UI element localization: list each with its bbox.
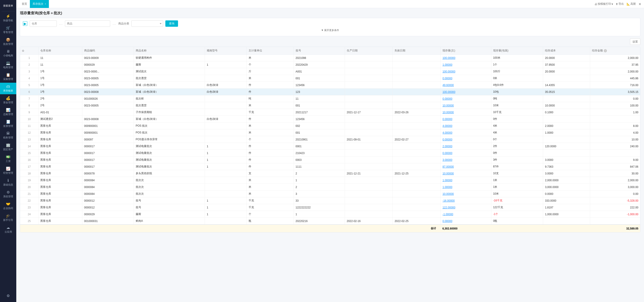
cell-qty[interactable]: 0.00000: [441, 95, 491, 102]
cell-unit: 个: [246, 61, 294, 68]
cell-qty[interactable]: 3.00000: [441, 157, 491, 163]
cell-code: 0000017: [82, 150, 134, 157]
sidebar-item-guide[interactable]: 🎓 新手引导: [0, 212, 16, 224]
cell-qty[interactable]: 122.00000: [441, 204, 491, 211]
cell-num: 22: [20, 197, 38, 204]
cell-cost: 2.0000: [543, 122, 590, 129]
window-close-btn[interactable]: ✕: [638, 2, 641, 6]
print-chevron-icon: ▾: [612, 3, 613, 6]
top-nav: 首页 库存批次 × 🖨 按模板打印 ▾ ⬆ 导出 📐 高斯 ✕: [16, 0, 644, 8]
cell-qty[interactable]: -16.00000: [441, 197, 491, 204]
amount-info-icon[interactable]: i: [604, 49, 607, 52]
quick-nav-icon: ⚡: [6, 14, 10, 18]
cell-qty[interactable]: 4.00000: [441, 122, 491, 129]
cell-qty[interactable]: 100.00000: [441, 89, 491, 95]
cell-qty2: 1米: [491, 184, 543, 191]
page-title: 现存量查询(按仓库＋批次): [20, 11, 640, 16]
cell-produce-date: [345, 143, 393, 150]
cell-code: 0000084: [82, 184, 134, 191]
cell-warehouse: 11: [38, 55, 82, 61]
sidebar-logo[interactable]: 搜索菜单: [2, 2, 14, 9]
home-tab[interactable]: 首页: [19, 0, 30, 8]
sidebar-settings[interactable]: ⚙: [6, 292, 11, 300]
sidebar-item-finance[interactable]: 💰 资金管理: [0, 94, 16, 106]
cell-qty[interactable]: 100.00000: [441, 55, 491, 61]
cell-warehouse: 黑客仓库: [38, 177, 82, 184]
column-btn[interactable]: 📐 高斯: [626, 2, 636, 6]
table-row: 1110023-00009软硬通用构件米2021098100.00000100米…: [20, 55, 640, 61]
expand-more-btn[interactable]: ▼ 展开更多条件: [321, 28, 339, 33]
cell-batch: 20211217: [294, 109, 345, 116]
sidebar-item-assets[interactable]: 🏢 固定资产: [0, 141, 16, 153]
cell-num: 8: [20, 102, 38, 109]
cell-spec: 1: [205, 157, 246, 163]
export-btn[interactable]: ⬆ 导出: [616, 2, 624, 6]
cell-qty[interactable]: 0.00000: [441, 75, 491, 82]
goods-input[interactable]: [65, 20, 110, 27]
cell-spec: [205, 191, 246, 197]
cell-qty[interactable]: -1.00000: [441, 211, 491, 218]
table-settings-btn[interactable]: 设置: [630, 39, 640, 45]
category-select[interactable]: [132, 20, 163, 27]
cell-qty[interactable]: 10.00000: [441, 191, 491, 197]
cell-qty[interactable]: 1.00000: [441, 184, 491, 191]
cell-spec: [205, 95, 246, 102]
table-row: 11黑客仓库000900001POS 批次米0024.000004米2.0000…: [20, 122, 640, 129]
cell-qty[interactable]: 1.00000: [441, 61, 491, 68]
cell-warehouse: 黑客仓库: [38, 211, 82, 218]
cell-qty[interactable]: 0.00000: [441, 136, 491, 143]
sidebar-item-management[interactable]: 📈 经营管理: [0, 165, 16, 177]
sidebar-item-label: 小胡电商: [3, 54, 13, 57]
cell-qty[interactable]: 0.00000: [441, 116, 491, 122]
cell-unit: 米: [246, 55, 294, 61]
cell-qty[interactable]: 49.60000: [441, 82, 491, 89]
cell-produce-date: [345, 163, 393, 170]
sidebar-item-quick-nav[interactable]: ⚡ 快捷导航: [0, 12, 16, 24]
th-code: 商品编码: [82, 47, 134, 55]
search-button[interactable]: 查询: [165, 20, 178, 27]
cell-qty2: 1米: [491, 177, 543, 184]
print-btn[interactable]: 🖨 按模板打印 ▾: [594, 2, 613, 6]
cell-qty[interactable]: 0.00000: [441, 150, 491, 157]
cell-name: 藤斯: [134, 211, 205, 218]
sidebar-item-ecommerce-small[interactable]: 🖥 小胡电商: [0, 48, 16, 59]
cell-qty[interactable]: 100.00000: [441, 68, 491, 75]
tab-close-btn[interactable]: ×: [45, 3, 46, 5]
active-tab[interactable]: 库存批次 ×: [30, 0, 49, 8]
cell-qty[interactable]: 1.00000: [441, 177, 491, 184]
warehouse-input[interactable]: [30, 20, 57, 27]
sidebar-item-cloud[interactable]: ☁ 云应用: [0, 224, 16, 235]
cell-qty[interactable]: 4.00000: [441, 129, 491, 136]
cell-qty[interactable]: 0.00000: [441, 218, 491, 225]
sidebar-item-collab[interactable]: 🤝 企业协同: [0, 200, 16, 212]
sidebar-item-basic-info[interactable]: ℹ 基础信息: [0, 177, 16, 188]
sidebar-item-salary[interactable]: 💵 工资: [0, 153, 16, 165]
cell-unit: 千克: [246, 109, 294, 116]
cell-qty[interactable]: 10.00000: [441, 109, 491, 116]
filter-collapse-btn[interactable]: ▶: [23, 21, 27, 26]
cell-qty[interactable]: 10.00000: [441, 170, 491, 177]
cell-qty[interactable]: 87.00000: [441, 163, 491, 170]
cell-warehouse: 黑客仓库: [38, 122, 82, 129]
sidebar-item-ecommerce[interactable]: 💻 电商管理: [0, 59, 16, 71]
th-batch: 批号: [294, 47, 345, 55]
table-row: 14黑客仓库0000017测试电量批次1件00012.000002件120.00…: [20, 143, 640, 150]
sidebar-item-invoice[interactable]: 🧾 发票管理: [0, 118, 16, 130]
cell-qty[interactable]: 2.00000: [441, 143, 491, 150]
export-icon: ⬆: [616, 3, 618, 6]
sidebar-item-system[interactable]: ⚙ 系统管理: [0, 188, 16, 200]
cell-batch: 1: [294, 211, 345, 218]
sidebar-item-inventory[interactable]: 🗃 库存核算: [0, 83, 16, 94]
sidebar-item-tax[interactable]: 🏛 税务管理: [0, 130, 16, 141]
cell-produce-date: [345, 68, 393, 75]
sidebar-item-purchase[interactable]: 📋 采购管理: [0, 71, 16, 83]
sidebar-item-wholesale[interactable]: 📦 批发管理: [0, 36, 16, 48]
cell-spec: [205, 75, 246, 82]
cell-qty[interactable]: 10.00000: [441, 102, 491, 109]
sidebar-item-retail[interactable]: 🛒 零售管理: [0, 24, 16, 36]
cell-spec: [205, 102, 246, 109]
cell-code: 0000017: [82, 143, 134, 150]
sidebar-item-ledger[interactable]: 📊 总账管理: [0, 106, 16, 118]
row-select-all[interactable]: ⊙: [22, 49, 24, 52]
invoice-icon: 🧾: [6, 120, 10, 124]
